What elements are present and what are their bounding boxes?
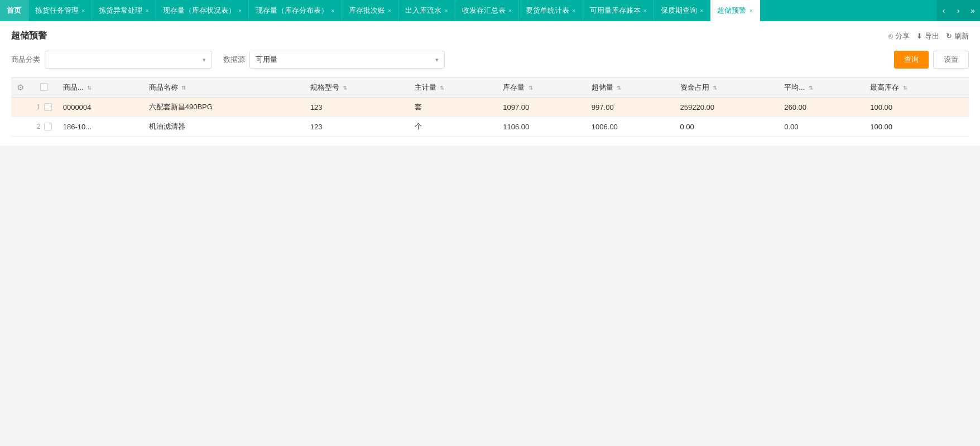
col-overstock: 超储量 ⇅ [586,78,675,98]
row-checkbox[interactable] [44,123,52,130]
close-icon[interactable]: × [81,7,85,14]
cell-max-stock: 100.00 [864,117,969,137]
cell-capital: 0.00 [675,117,779,137]
sort-icon[interactable]: ⇅ [181,85,186,91]
refresh-icon: ↻ [946,32,952,40]
row-gear [11,98,31,117]
sort-icon[interactable]: ⇅ [903,85,907,91]
header-actions: ⎋ 分享 ⬇ 导出 ↻ 刷新 [888,31,969,41]
query-button[interactable]: 查询 [894,51,929,69]
nav-arrows: ‹ › » [936,0,980,21]
nav-item-overstock[interactable]: 超储预警 × [710,0,760,21]
cell-product-name: 机油滤清器 [143,117,305,137]
nav-item-stock-dist[interactable]: 现存量（库存分布表） × [249,0,342,21]
cell-product-code: 0000004 [57,98,143,117]
sort-icon[interactable]: ⇅ [343,85,347,91]
cell-max-stock: 100.00 [864,98,969,117]
category-select[interactable]: ▾ [45,51,212,69]
cell-unit: 个 [409,117,498,137]
nav-item-inout[interactable]: 出入库流水 × [398,0,455,21]
category-label: 商品分类 [11,55,40,65]
nav-item-batch[interactable]: 库存批次账 × [342,0,398,21]
row-checkbox[interactable] [44,103,52,111]
cell-overstock: 997.00 [586,98,675,117]
col-max-stock: 最高库存 ⇅ [864,78,969,98]
datasource-select[interactable]: 可用量 ▾ [249,51,445,69]
page-title: 超储预警 [11,30,47,42]
nav-item-order-stat[interactable]: 要货单统计表 × [519,0,583,21]
col-avg: 平均... ⇅ [779,78,864,98]
datasource-label: 数据源 [223,55,245,65]
checkbox-header [31,78,57,98]
sort-icon[interactable]: ⇅ [529,85,533,91]
sort-icon[interactable]: ⇅ [87,85,92,91]
nav-item-exception[interactable]: 拣货异常处理 × [92,0,156,21]
row-gear [11,117,31,137]
share-button[interactable]: ⎋ 分享 [888,31,910,41]
cell-spec: 123 [305,98,409,117]
filter-row: 商品分类 ▾ 数据源 可用量 ▾ 查询 设置 [11,51,969,69]
col-unit: 主计量 ⇅ [409,78,498,98]
table-row: 1 0000004 六配套新昌490BPG 123 套 1097.00 997.… [11,98,969,117]
col-capital: 资金占用 ⇅ [675,78,779,98]
cell-product-code: 186-10... [57,117,143,137]
cell-unit: 套 [409,98,498,117]
close-icon[interactable]: × [145,7,148,14]
nav-item-task[interactable]: 拣货任务管理 × [28,0,92,21]
cell-stock: 1097.00 [497,98,586,117]
row-num: 1 [31,98,57,117]
nav-item-avail[interactable]: 可用量库存账本 × [583,0,654,21]
nav-item-home[interactable]: 首页 [0,0,28,21]
data-table: ⚙ 商品... ⇅ 商品名称 ⇅ 规格型号 ⇅ 主计量 [11,77,969,137]
nav-right-arrow[interactable]: › [951,0,965,21]
close-icon[interactable]: × [508,7,512,14]
chevron-down-icon: ▾ [435,56,439,64]
close-icon[interactable]: × [700,7,703,14]
close-icon[interactable]: × [238,7,242,14]
datasource-filter: 数据源 可用量 ▾ [223,51,445,69]
sort-icon[interactable]: ⇅ [713,85,717,91]
close-icon[interactable]: × [749,7,752,14]
page-content: 超储预警 ⎋ 分享 ⬇ 导出 ↻ 刷新 商品分类 ▾ 数据源 [0,21,980,146]
col-product-name: 商品名称 ⇅ [143,78,305,98]
col-spec: 规格型号 ⇅ [305,78,409,98]
refresh-button[interactable]: ↻ 刷新 [946,31,969,41]
select-all-checkbox[interactable] [40,83,48,91]
top-navigation: 首页 拣货任务管理 × 拣货异常处理 × 现存量（库存状况表） × 现存量（库存… [0,0,980,21]
share-icon: ⎋ [888,32,893,40]
cell-avg: 0.00 [779,117,864,137]
table-header-row: ⚙ 商品... ⇅ 商品名称 ⇅ 规格型号 ⇅ 主计量 [11,78,969,98]
row-num: 2 [31,117,57,137]
gear-icon[interactable]: ⚙ [17,83,24,92]
close-icon[interactable]: × [643,7,647,14]
col-product-code: 商品... ⇅ [57,78,143,98]
chevron-down-icon: ▾ [203,56,206,64]
filter-buttons: 查询 设置 [894,51,969,69]
cell-overstock: 1006.00 [586,117,675,137]
col-stock: 库存量 ⇅ [497,78,586,98]
sort-icon[interactable]: ⇅ [809,85,813,91]
gear-header: ⚙ [11,78,31,98]
cell-spec: 123 [305,117,409,137]
settings-button[interactable]: 设置 [933,51,969,69]
cell-product-name: 六配套新昌490BPG [143,98,305,117]
nav-expand-arrow[interactable]: » [965,0,980,21]
close-icon[interactable]: × [388,7,391,14]
cell-stock: 1106.00 [497,117,586,137]
category-filter: 商品分类 ▾ [11,51,212,69]
cell-capital: 259220.00 [675,98,779,117]
export-button[interactable]: ⬇ 导出 [916,31,939,41]
sort-icon[interactable]: ⇅ [440,85,444,91]
cell-avg: 260.00 [779,98,864,117]
close-icon[interactable]: × [331,7,334,14]
close-icon[interactable]: × [572,7,575,14]
nav-item-collect[interactable]: 收发存汇总表 × [455,0,519,21]
nav-left-arrow[interactable]: ‹ [936,0,951,21]
nav-item-quality[interactable]: 保质期查询 × [654,0,710,21]
close-icon[interactable]: × [444,7,448,14]
page-header: 超储预警 ⎋ 分享 ⬇ 导出 ↻ 刷新 [11,30,969,42]
export-icon: ⬇ [916,32,923,40]
nav-item-stock-status[interactable]: 现存量（库存状况表） × [156,0,249,21]
table-row: 2 186-10... 机油滤清器 123 个 1106.00 1006.00 … [11,117,969,137]
sort-icon[interactable]: ⇅ [617,85,621,91]
